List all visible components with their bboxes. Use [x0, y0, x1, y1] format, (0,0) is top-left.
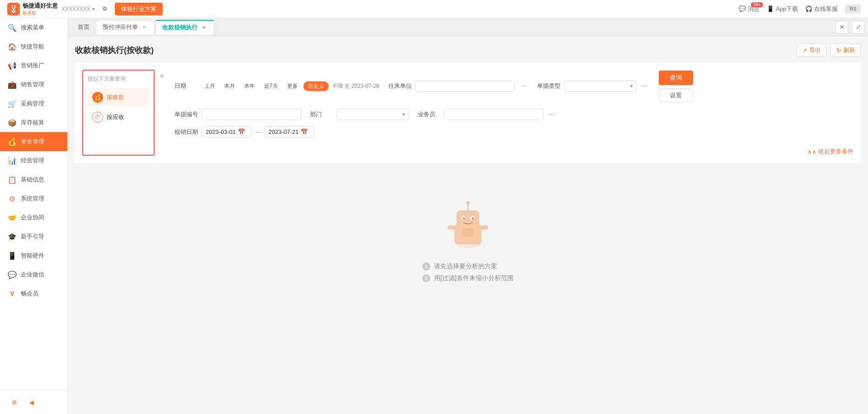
tab-home-label: 首页 [78, 23, 90, 31]
filter-options-title: 按以下方案查询 [88, 75, 149, 83]
counterparty-more[interactable]: ··· [519, 82, 528, 90]
system-icon: ⚙ [8, 195, 16, 203]
export-icon: ↗ [802, 47, 807, 54]
basicinfo-icon: 📋 [8, 176, 16, 184]
sidebar-item-hardware[interactable]: 📱 智能硬件 [0, 246, 67, 265]
message-button[interactable]: 💬 消息 99+ [739, 5, 760, 13]
user-info[interactable]: Rit [845, 5, 861, 14]
doc-type-label: 单据类型 [537, 82, 561, 90]
sidebar-label-member: 畅会员 [21, 290, 38, 298]
tab-bar: 首页 预付冲应付单 × 收款核销执行 × ✕ ⤢ [68, 18, 868, 36]
sidebar-item-inventory[interactable]: 📦 库存核算 [0, 113, 67, 132]
department-label: 部门 [310, 110, 333, 119]
sales-icon: 💼 [8, 81, 16, 89]
sidebar-item-wechat[interactable]: 💬 企业微信 [0, 265, 67, 284]
refresh-button[interactable]: ↻ 刷新 [830, 43, 861, 57]
sidebar-label-basicinfo: 基础信息 [21, 176, 44, 184]
sidebar-item-collab[interactable]: 🤝 企业协同 [0, 208, 67, 227]
collab-icon: 🤝 [8, 214, 16, 222]
sidebar-label-finance: 资金管理 [21, 138, 44, 146]
tab-prepay-close[interactable]: × [141, 24, 148, 31]
sidebar-item-operations[interactable]: 📊 经营管理 [0, 151, 67, 170]
top-bar-left: 🐰 畅捷通好生意 标准版 XXXXXXXX ▾ ⚙ 体验行业方案 [7, 2, 163, 16]
date-shortcuts: 上月 本月 本年 近7天 更多 自定义 [201, 81, 329, 91]
sidebar-settings-btn[interactable]: ⚙ [8, 396, 21, 409]
sidebar-item-system[interactable]: ⚙ 系统管理 [0, 189, 67, 208]
service-icon: 🎧 [805, 5, 812, 12]
operations-icon: 📊 [8, 157, 16, 165]
date-label: 日期 [175, 82, 197, 90]
tab-prepay-label: 预付冲应付单 [103, 23, 138, 31]
query-button[interactable]: 查询 [659, 71, 693, 85]
svg-rect-2 [457, 210, 479, 228]
sidebar-item-basicinfo[interactable]: 📋 基础信息 [0, 170, 67, 189]
sidebar-item-finance[interactable]: 💰 资金管理 [0, 132, 67, 151]
app-name: 畅捷通好生意 [23, 2, 58, 10]
sidebar-collapse-btn[interactable]: ◀ [25, 396, 38, 409]
wechat-icon: 💬 [8, 271, 16, 279]
writeoff-end-value: 2023-07-21 [269, 128, 299, 135]
sidebar-label-search: 搜索菜单 [21, 24, 44, 32]
calendar-icon-start: 📅 [238, 128, 245, 135]
page-content: 收款核销执行(按收款) ↗ 导出 ↻ 刷新 按以下方案查询 [68, 36, 868, 414]
industry-btn[interactable]: 体验行业方案 [115, 3, 163, 15]
quicknav-icon: 🏠 [8, 43, 16, 51]
sidebar-item-search[interactable]: 🔍 搜索菜单 [0, 18, 67, 37]
sidebar-item-purchase[interactable]: 🛒 采购管理 [0, 94, 67, 113]
sidebar-item-quicknav[interactable]: 🏠 快捷导航 [0, 37, 67, 56]
tip-text-1: 请先选择要分析的方案 [434, 262, 497, 271]
online-service-button[interactable]: 🎧 在线客服 [805, 5, 838, 13]
filter-by-receipt[interactable]: 💰 按收款 [88, 88, 149, 106]
svg-point-5 [463, 218, 465, 220]
empty-tip-1: 1 请先选择要分析的方案 [422, 262, 514, 271]
shortcut-last-month[interactable]: 上月 [201, 81, 219, 91]
filter-receivable-label: 按应收 [107, 113, 124, 121]
shortcut-7days[interactable]: 近7天 [260, 81, 282, 91]
salesperson-label: 业务员 [418, 110, 440, 119]
writeoff-start-date[interactable]: 2023-03-01 📅 [202, 126, 251, 138]
salesperson-input[interactable] [444, 109, 543, 120]
sidebar-item-marketing[interactable]: 📢 营销推广 [0, 56, 67, 75]
collapse-more-button[interactable]: ∧∧ 收起更多条件 [807, 148, 854, 156]
shortcut-custom[interactable]: 自定义 [303, 81, 329, 91]
doc-type-select[interactable] [564, 81, 637, 92]
filter-collapse-btn[interactable]: « [160, 70, 169, 156]
filter-by-receivable[interactable]: ⏱ 按应收 [88, 108, 149, 126]
search-icon: 🔍 [8, 24, 16, 32]
company-selector[interactable]: XXXXXXXX ▾ [61, 6, 95, 12]
tab-close-all[interactable]: ✕ [835, 21, 848, 33]
svg-point-6 [472, 218, 474, 220]
tab-receivable[interactable]: 收款核销执行 × [156, 20, 214, 34]
shortcut-this-year[interactable]: 本年 [241, 81, 259, 91]
settings-icon[interactable]: ⚙ [99, 3, 111, 15]
app-icon: 📱 [767, 5, 774, 12]
counterparty-field: 往来单位 ··· [388, 81, 528, 92]
shortcut-more[interactable]: 更多 [283, 81, 302, 91]
export-button[interactable]: ↗ 导出 [797, 43, 827, 57]
app-download-button[interactable]: 📱 App下载 [767, 5, 798, 13]
salesperson-more[interactable]: ··· [547, 110, 557, 119]
top-bar: 🐰 畅捷通好生意 标准版 XXXXXXXX ▾ ⚙ 体验行业方案 💬 消息 99… [0, 0, 868, 18]
dept-select[interactable] [336, 109, 409, 120]
filter-settings-button[interactable]: 设置 [659, 89, 693, 102]
logo-text: 畅捷通好生意 标准版 [23, 2, 58, 16]
page-title: 收款核销执行(按收款) [75, 45, 154, 56]
doc-type-more[interactable]: ··· [640, 82, 650, 90]
sidebar-label-collab: 企业协同 [21, 214, 44, 222]
sidebar-item-guide[interactable]: 🎓 新手引导 [0, 227, 67, 246]
sidebar-item-sales[interactable]: 💼 销售管理 [0, 75, 67, 94]
sidebar-label-inventory: 库存核算 [21, 119, 44, 127]
tab-prepay[interactable]: 预付冲应付单 × [96, 20, 155, 34]
receivable-icon: ⏱ [92, 112, 103, 123]
writeoff-date-field: 核销日期 2023-03-01 📅 — 2023-07-21 📅 [175, 126, 314, 138]
collapse-more-label: 收起更多条件 [818, 148, 854, 156]
tab-receivable-close[interactable]: × [200, 24, 208, 31]
tab-expand[interactable]: ⤢ [852, 21, 864, 33]
collapse-more: ∧∧ 收起更多条件 [175, 148, 854, 156]
counterparty-input[interactable] [415, 81, 515, 92]
doc-no-input[interactable] [202, 109, 301, 120]
sidebar-item-member[interactable]: V 畅会员 [0, 284, 67, 303]
shortcut-this-month[interactable]: 本月 [221, 81, 239, 91]
writeoff-end-date[interactable]: 2023-07-21 📅 [264, 126, 314, 138]
tab-home[interactable]: 首页 [71, 20, 96, 34]
